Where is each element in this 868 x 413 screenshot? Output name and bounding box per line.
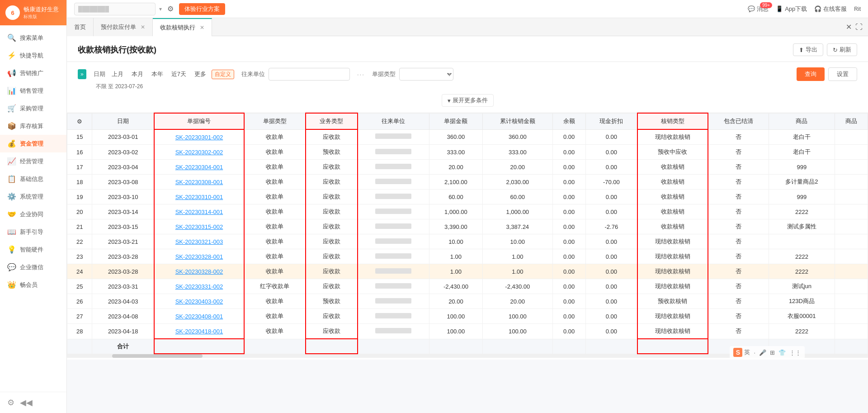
doc-link[interactable]: SK-20230321-003 (175, 238, 223, 245)
horizontal-scrollbar[interactable] (67, 354, 868, 358)
th-10: 核销类型 (637, 113, 708, 129)
td-5-1: 2023-03-14 (92, 204, 154, 219)
topbar-gear-icon[interactable]: ⚙ (167, 5, 174, 13)
sidebar-label-10: 企业协同 (20, 210, 43, 218)
td-7-7: 10.00 (483, 234, 552, 249)
doc-link[interactable]: SK-20230328-002 (175, 268, 223, 275)
sidebar-item-10[interactable]: 🤝企业协同 (0, 205, 66, 223)
doc-link[interactable]: SK-20230308-001 (175, 179, 223, 185)
scrollbar-thumb[interactable] (112, 354, 203, 358)
td-12-2[interactable]: SK-20230408-001 (154, 309, 244, 324)
table-row: 282023-04-18SK-20230418-001收款单应收款100.001… (67, 324, 868, 339)
username-display[interactable]: Rit (854, 6, 861, 12)
filter-date-options: 上月 本月 本年 近7天 更多 自定义 (109, 69, 234, 79)
td-11-2[interactable]: SK-20230403-002 (154, 294, 244, 309)
td-6-8: 0.00 (552, 219, 585, 234)
table-row: 242023-03-28SK-20230328-002收款单应收款1.001.0… (67, 264, 868, 279)
sidebar-item-13[interactable]: 💬企业微信 (0, 258, 66, 276)
td-0-2[interactable]: SK-20230301-002 (154, 129, 244, 145)
td-0-10: 现结收款核销 (637, 129, 708, 145)
sidebar-item-12[interactable]: 💡智能硬件 (0, 241, 66, 258)
doc-link[interactable]: SK-20230328-001 (175, 253, 223, 260)
doc-link[interactable]: SK-20230315-002 (175, 223, 223, 230)
solution-button[interactable]: 体验行业方案 (179, 3, 225, 15)
td-2-5 (358, 160, 429, 175)
td-8-2[interactable]: SK-20230328-001 (154, 249, 244, 264)
topbar-dropdown-arrow[interactable]: ▾ (159, 6, 162, 12)
doc-link[interactable]: SK-20230302-002 (175, 149, 223, 156)
tab-1[interactable]: 预付款应付单✕ (94, 18, 153, 36)
td-5-2[interactable]: SK-20230314-001 (154, 204, 244, 219)
tab-2[interactable]: 收款核销执行✕ (153, 18, 212, 36)
expand-conditions-button[interactable]: ▾ 展开更多条件 (442, 94, 494, 107)
sidebar-item-6[interactable]: 💰资金管理 (0, 135, 66, 152)
td-12-3: 收款单 (244, 309, 306, 324)
td-9-2[interactable]: SK-20230328-002 (154, 264, 244, 279)
td-9-13 (835, 264, 868, 279)
filter-this-year[interactable]: 本年 (149, 69, 166, 79)
td-13-2[interactable]: SK-20230418-001 (154, 324, 244, 339)
td-6-12: 测试多属性 (769, 219, 835, 234)
td-7-2[interactable]: SK-20230321-003 (154, 234, 244, 249)
page-header-actions: ⬆ 导出 ↻ 刷新 (793, 43, 857, 62)
filter-custom-btn[interactable]: 自定义 (212, 70, 234, 79)
sidebar-item-7[interactable]: 📈经营管理 (0, 152, 66, 170)
tab-close-2[interactable]: ✕ (200, 24, 204, 31)
td-6-2[interactable]: SK-20230315-002 (154, 219, 244, 234)
td-4-2[interactable]: SK-20230310-001 (154, 190, 244, 204)
table-footer-row: 合计 (67, 339, 868, 354)
sidebar-item-1[interactable]: ⚡快捷导航 (0, 47, 66, 64)
td-1-2[interactable]: SK-20230302-002 (154, 145, 244, 160)
sidebar-item-9[interactable]: ⚙️系统管理 (0, 188, 66, 205)
doc-link[interactable]: SK-20230331-002 (175, 283, 223, 290)
filter-7days[interactable]: 近7天 (169, 69, 189, 79)
tab-close-1[interactable]: ✕ (141, 24, 145, 30)
sidebar-item-11[interactable]: 📖新手引导 (0, 223, 66, 241)
sidebar-item-2[interactable]: 📢营销推广 (0, 64, 66, 82)
table-row: 252023-03-31SK-20230331-002红字收款单应收款-2,43… (67, 279, 868, 294)
doc-link[interactable]: SK-20230314-001 (175, 209, 223, 215)
doc-link[interactable]: SK-20230304-001 (175, 164, 223, 171)
td-8-4: 应收款 (306, 249, 358, 264)
tab-close-all[interactable]: ✕ (846, 23, 852, 31)
tab-maximize[interactable]: ⛶ (855, 23, 863, 31)
footer-td-4 (306, 339, 358, 354)
filter-counterpart-input[interactable] (269, 68, 350, 81)
sidebar-item-5[interactable]: 📦库存核算 (0, 117, 66, 135)
sidebar-item-14[interactable]: 👑畅会员 (0, 276, 66, 294)
filter-this-month[interactable]: 本月 (129, 69, 146, 79)
doc-link[interactable]: SK-20230301-002 (175, 134, 223, 141)
messages-button[interactable]: 💬 消息 99+ (748, 5, 769, 13)
app-download-button[interactable]: 📱 App下载 (776, 5, 807, 13)
sidebar-item-8[interactable]: 📋基础信息 (0, 170, 66, 188)
settings-button[interactable]: 设置 (828, 67, 857, 81)
tab-0[interactable]: 首页 (67, 18, 94, 36)
sidebar-item-3[interactable]: 📊销售管理 (0, 82, 66, 100)
td-8-5 (358, 249, 429, 264)
filter-receipt-type-select[interactable] (399, 68, 453, 81)
col-settings-icon[interactable]: ⚙ (77, 118, 82, 125)
sidebar-logo: 6 畅康道好生意 标推版 (0, 0, 66, 25)
collapse-icon[interactable]: ◀◀ (20, 398, 33, 408)
td-3-9: -70.00 (585, 175, 637, 190)
doc-link[interactable]: SK-20230403-002 (175, 298, 223, 305)
doc-link[interactable]: SK-20230310-001 (175, 194, 223, 200)
td-13-5 (358, 324, 429, 339)
td-10-2[interactable]: SK-20230331-002 (154, 279, 244, 294)
refresh-button[interactable]: ↻ 刷新 (827, 43, 857, 56)
doc-link[interactable]: SK-20230418-001 (175, 328, 223, 335)
doc-link[interactable]: SK-20230408-001 (175, 313, 223, 320)
td-3-2[interactable]: SK-20230308-001 (154, 175, 244, 190)
td-2-2[interactable]: SK-20230304-001 (154, 160, 244, 175)
settings-icon[interactable]: ⚙ (7, 398, 14, 408)
td-13-3: 收款单 (244, 324, 306, 339)
filter-more[interactable]: 更多 (192, 69, 209, 79)
sidebar-item-0[interactable]: 🔍搜索菜单 (0, 29, 66, 47)
sidebar-item-4[interactable]: 🛒采购管理 (0, 100, 66, 117)
filter-expand-arrow[interactable]: » (78, 69, 86, 79)
export-button[interactable]: ⬆ 导出 (793, 43, 823, 56)
online-service-button[interactable]: 🎧 在线客服 (814, 5, 847, 13)
td-8-13 (835, 249, 868, 264)
query-button[interactable]: 查询 (797, 67, 825, 81)
filter-last-month[interactable]: 上月 (109, 69, 126, 79)
